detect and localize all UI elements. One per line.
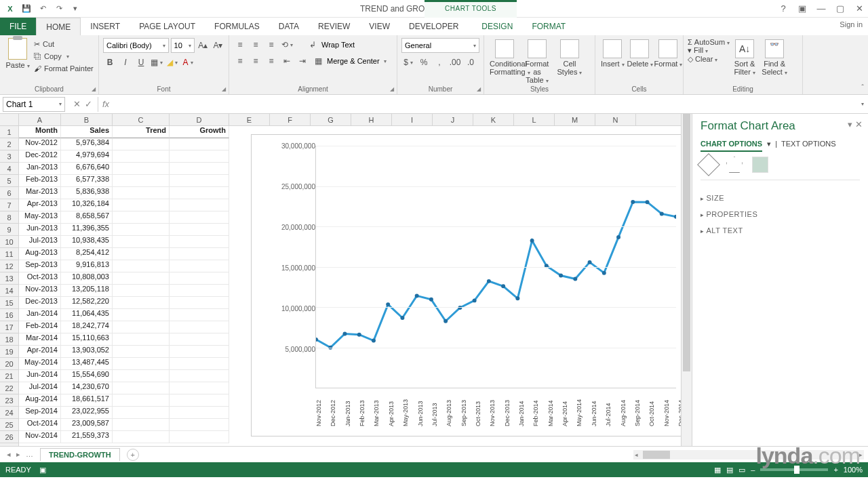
number-launcher-icon[interactable]: ◢ — [477, 86, 481, 92]
name-box[interactable]: Chart 1▾ — [3, 97, 65, 112]
cell[interactable]: 18,661,517 — [61, 394, 113, 407]
row-header[interactable]: 1 — [0, 126, 18, 138]
cell[interactable] — [113, 224, 170, 236]
zoom-slider[interactable] — [760, 468, 828, 471]
cell[interactable]: 5,976,384 — [61, 138, 113, 150]
col-header[interactable]: G — [311, 114, 351, 125]
cell[interactable] — [170, 285, 229, 297]
header-cell[interactable]: Month — [19, 126, 61, 138]
col-header[interactable]: L — [514, 114, 555, 125]
cell[interactable] — [113, 419, 170, 431]
alignment-launcher-icon[interactable]: ◢ — [390, 86, 394, 92]
align-left-icon[interactable]: ≡ — [233, 54, 247, 68]
collapse-ribbon-icon[interactable]: ˆ — [861, 83, 864, 92]
fill-button[interactable]: ▾ Fill▾ — [688, 46, 730, 55]
row-header[interactable]: 25 — [0, 419, 18, 431]
chart-options-tab[interactable]: CHART OPTIONS — [701, 140, 762, 152]
pane-close-icon[interactable]: ▾ ✕ — [848, 119, 863, 129]
tab-developer[interactable]: DEVELOPER — [399, 18, 468, 35]
row-header[interactable]: 24 — [0, 407, 18, 419]
row-header[interactable]: 9 — [0, 224, 18, 236]
cell[interactable]: 6,676,640 — [61, 163, 113, 175]
sheet-tab-active[interactable]: TREND-GROWTH — [40, 448, 120, 461]
select-all-corner[interactable] — [0, 114, 19, 125]
cell[interactable] — [113, 187, 170, 199]
fx-icon[interactable]: fx — [98, 99, 113, 109]
cell[interactable] — [170, 431, 229, 443]
cell[interactable] — [170, 370, 229, 382]
decrease-indent-icon[interactable]: ⇤ — [280, 54, 294, 68]
cell[interactable]: 11,064,435 — [61, 309, 113, 321]
cell[interactable] — [170, 382, 229, 394]
sign-in-link[interactable]: Sign in — [840, 20, 863, 28]
tab-insert[interactable]: INSERT — [81, 18, 130, 35]
cell[interactable] — [113, 199, 170, 211]
cell[interactable] — [113, 309, 170, 321]
row-header[interactable]: 16 — [0, 309, 18, 321]
col-header[interactable]: K — [473, 114, 514, 125]
italic-button[interactable]: I — [119, 56, 132, 69]
maximize-icon[interactable]: ▢ — [834, 3, 846, 14]
cell[interactable]: Mar-2013 — [19, 187, 61, 199]
cell[interactable]: 15,554,690 — [61, 370, 113, 382]
save-icon[interactable]: 💾 — [19, 1, 34, 16]
accounting-format-icon[interactable]: $▾ — [401, 56, 415, 69]
cell[interactable]: May-2014 — [19, 358, 61, 370]
cell[interactable]: Dec-2013 — [19, 297, 61, 309]
section-alt-text[interactable]: ALT TEXT — [701, 222, 860, 239]
comma-format-icon[interactable]: , — [433, 56, 446, 69]
cell[interactable] — [170, 394, 229, 407]
cell[interactable]: 8,658,567 — [61, 211, 113, 224]
cell[interactable] — [113, 285, 170, 297]
vertical-scrollbar[interactable] — [681, 114, 692, 446]
percent-format-icon[interactable]: % — [417, 56, 431, 69]
row-header[interactable]: 7 — [0, 199, 18, 211]
cell[interactable]: Aug-2013 — [19, 248, 61, 260]
fill-color-button[interactable]: ◢▾ — [165, 56, 179, 69]
cell[interactable] — [170, 419, 229, 431]
row-header[interactable]: 12 — [0, 260, 18, 272]
cell[interactable] — [113, 407, 170, 419]
border-button[interactable]: ▦▾ — [150, 56, 163, 69]
text-options-tab[interactable]: TEXT OPTIONS — [781, 140, 835, 148]
cell[interactable] — [170, 346, 229, 358]
cell[interactable] — [113, 260, 170, 272]
undo-icon[interactable]: ↶ — [35, 1, 50, 16]
cell[interactable]: 13,903,052 — [61, 346, 113, 358]
cell[interactable]: Nov-2014 — [19, 431, 61, 443]
cell[interactable]: 4,979,694 — [61, 150, 113, 163]
row-header[interactable]: 3 — [0, 150, 18, 163]
row-header[interactable]: 2 — [0, 138, 18, 150]
expand-formula-icon[interactable]: ▾ — [861, 101, 864, 107]
cell[interactable] — [113, 163, 170, 175]
orientation-icon[interactable]: ⟲▾ — [280, 38, 294, 52]
view-normal-icon[interactable]: ▦ — [714, 466, 721, 474]
cell[interactable]: 13,487,445 — [61, 358, 113, 370]
header-cell[interactable]: Trend — [113, 126, 170, 138]
minimize-icon[interactable]: — — [815, 3, 827, 14]
cell[interactable]: 6,577,338 — [61, 175, 113, 187]
cell[interactable]: Jul-2013 — [19, 236, 61, 248]
clipboard-launcher-icon[interactable]: ◢ — [92, 86, 96, 92]
col-header[interactable]: B — [61, 114, 113, 125]
col-header[interactable]: H — [351, 114, 392, 125]
cell[interactable]: 12,582,220 — [61, 297, 113, 309]
tab-format[interactable]: FORMAT — [522, 18, 575, 35]
cell[interactable] — [113, 370, 170, 382]
bold-button[interactable]: B — [103, 56, 117, 69]
col-header[interactable]: N — [595, 114, 636, 125]
tab-review[interactable]: REVIEW — [309, 18, 359, 35]
shrink-font-icon[interactable]: A▾ — [212, 39, 224, 52]
row-header[interactable]: 20 — [0, 358, 18, 370]
align-top-icon[interactable]: ≡ — [233, 38, 247, 52]
cell[interactable] — [113, 272, 170, 285]
add-sheet-button[interactable]: + — [127, 449, 139, 461]
cell[interactable] — [170, 260, 229, 272]
cell[interactable] — [113, 431, 170, 443]
fill-line-icon[interactable] — [697, 153, 720, 176]
header-cell[interactable]: Sales — [61, 126, 113, 138]
row-header[interactable]: 6 — [0, 187, 18, 199]
section-size[interactable]: SIZE — [701, 190, 860, 206]
formula-input[interactable] — [113, 97, 855, 112]
col-header[interactable]: E — [229, 114, 270, 125]
